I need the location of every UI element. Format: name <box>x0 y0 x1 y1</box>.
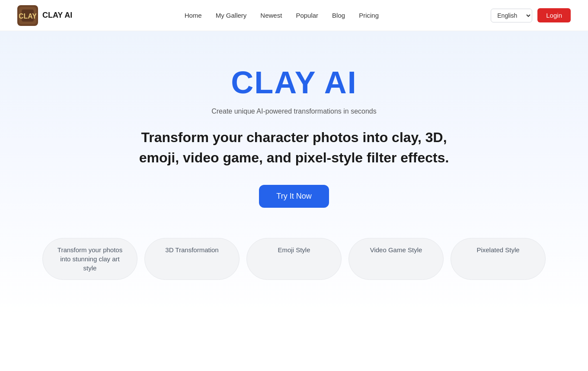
style-pill-emoji-label: Emoji Style <box>278 246 310 254</box>
hero-section: CLAY AI Create unique AI-powered transfo… <box>0 31 588 316</box>
header-right: English 中文 Español Français Deutsch Logi… <box>491 8 571 22</box>
nav-my-gallery[interactable]: My Gallery <box>216 12 247 19</box>
language-select[interactable]: English 中文 Español Français Deutsch <box>491 9 532 22</box>
nav-popular[interactable]: Popular <box>296 12 318 19</box>
style-pill-clay-label: Transform your photos into stunning clay… <box>58 246 122 272</box>
nav-home[interactable]: Home <box>185 12 202 19</box>
style-pill-clay[interactable]: Transform your photos into stunning clay… <box>42 238 137 280</box>
style-pill-3d-label: 3D Transformation <box>165 246 218 254</box>
style-pill-pixelated[interactable]: Pixelated Style <box>451 238 546 280</box>
hero-title: CLAY AI <box>231 66 357 100</box>
style-pill-3d[interactable]: 3D Transformation <box>144 238 240 280</box>
svg-text:CLAY: CLAY <box>19 13 36 20</box>
style-pill-emoji[interactable]: Emoji Style <box>246 238 342 280</box>
hero-subtitle: Create unique AI-powered transformations… <box>211 108 377 115</box>
try-it-now-button[interactable]: Try It Now <box>259 185 329 208</box>
nav-pricing[interactable]: Pricing <box>359 12 379 19</box>
style-pill-pixelated-label: Pixelated Style <box>476 246 519 254</box>
main-nav: Home My Gallery Newest Popular Blog Pric… <box>185 12 379 19</box>
hero-description: Transform your character photos into cla… <box>130 127 458 168</box>
style-pill-video-game-label: Video Game Style <box>370 246 422 254</box>
login-button[interactable]: Login <box>537 8 571 22</box>
logo-image: CLAY <box>17 5 38 26</box>
nav-newest[interactable]: Newest <box>260 12 282 19</box>
header: CLAY CLAY AI Home My Gallery Newest Popu… <box>0 0 588 31</box>
style-pills-container: Transform your photos into stunning clay… <box>35 238 553 280</box>
logo-text: CLAY AI <box>42 11 72 20</box>
nav-blog[interactable]: Blog <box>332 12 345 19</box>
logo-area[interactable]: CLAY CLAY AI <box>17 5 72 26</box>
style-pill-video-game[interactable]: Video Game Style <box>348 238 444 280</box>
